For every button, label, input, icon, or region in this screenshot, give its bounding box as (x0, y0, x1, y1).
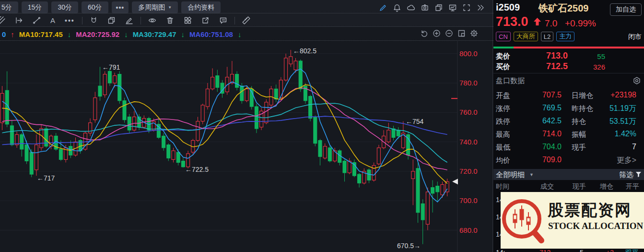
limit-up-value: 769.5 (520, 104, 562, 112)
current-lot-label: 现手 (572, 143, 586, 152)
watermark-title-cn: 股票配资网 (548, 200, 632, 221)
multi-period-button[interactable]: 多周期图▼ (132, 1, 178, 13)
partial-price: 712. (539, 249, 552, 252)
ask-volume: 55 (568, 52, 605, 60)
more-link[interactable]: 更多> (587, 156, 636, 166)
panel-divider (492, 0, 493, 252)
svg-text:800.0: 800.0 (459, 49, 478, 58)
ma20-value: MA20:725.92 (76, 30, 119, 38)
ma30-down-arrow-icon: ↓ (181, 30, 185, 38)
chart-settings-icon[interactable] (470, 29, 478, 37)
svg-text:680.0: 680.0 (459, 226, 478, 234)
pankou-row: 均价709.0 更多> (493, 154, 644, 167)
comment-icon[interactable] (219, 16, 227, 24)
svg-text:780.0: 780.0 (459, 79, 478, 87)
multi-period-label: 多周期图 (138, 3, 165, 12)
col-price: 成交 (525, 182, 554, 191)
trash-icon[interactable] (166, 16, 174, 24)
market-status: 闭市 (628, 33, 642, 41)
zoom-in-icon[interactable] (433, 29, 441, 37)
svg-text:740.0: 740.0 (459, 138, 478, 146)
export-icon[interactable] (201, 16, 210, 24)
magnet-icon[interactable] (90, 16, 98, 24)
fullscreen-icon[interactable] (462, 3, 471, 12)
avg-price-value: 709.0 (520, 156, 562, 164)
draw-icon[interactable] (379, 3, 387, 12)
amplitude-label: 振幅 (572, 130, 586, 139)
timeframe-60min-button[interactable]: 60分 (82, 1, 108, 13)
partial-lots: 5 (580, 249, 584, 252)
badge-exchange: 大商所 (514, 32, 538, 41)
ask-label: 卖价 (496, 52, 510, 61)
cloud-icon[interactable] (407, 3, 415, 12)
filter-label[interactable]: 筛选 (619, 170, 633, 180)
col-oi-change: 增仓 (585, 182, 613, 191)
price-change: 7.0 (545, 18, 557, 29)
copy-layout-icon[interactable] (434, 3, 443, 12)
detail-title[interactable]: 全部明细 (496, 170, 525, 180)
more-timeframes-button[interactable]: ••• (112, 1, 129, 13)
contract-info-button[interactable]: 合约资料 (181, 1, 221, 13)
edit-pencil-icon[interactable] (125, 16, 133, 24)
components-icon[interactable] (184, 16, 192, 24)
candlestick-chart[interactable]: 0 ↑ MA10:717.45 ↓ MA20:725.92 ↓ MA30:729… (0, 27, 493, 252)
text-tool-icon[interactable]: A (50, 16, 55, 24)
monitor-icon[interactable] (448, 3, 457, 12)
bid-volume: 326 (568, 63, 605, 71)
ask-row: 卖价 713.0 55 (493, 51, 644, 61)
restore-view-icon[interactable] (457, 29, 466, 37)
chevron-down-icon: ▼ (168, 5, 172, 10)
add-watchlist-button[interactable]: 加自选 (610, 3, 642, 16)
timeframe-15min-button[interactable]: 15分 (22, 1, 48, 13)
eye-icon[interactable] (148, 16, 156, 24)
partial-oi: +3 (606, 249, 614, 252)
ruler-icon[interactable] (242, 16, 250, 24)
buy-sell-ratio-bar (493, 47, 644, 48)
svg-text:670.5→: 670.5→ (397, 242, 421, 250)
price-chart-canvas[interactable]: 800.0780.0760.0740.0720.0700.0680.0←791←… (0, 40, 493, 252)
trendline-icon[interactable] (33, 16, 41, 24)
bid-row: 买价 712.5 326 (493, 61, 644, 72)
bid-price: 712.5 (522, 61, 568, 72)
more-tools-icon[interactable]: ••• (65, 17, 75, 24)
alert-bell-icon[interactable] (393, 3, 401, 12)
undo-icon[interactable] (420, 29, 428, 37)
watermark-title-en: STOCK ALLOCATION (548, 221, 643, 231)
badge-cn: CN (496, 32, 511, 41)
pankou-settings-icon[interactable] (632, 76, 641, 85)
open-value: 707.5 (520, 91, 562, 99)
day-oi-change-value: +23198 (587, 91, 636, 99)
zoom-out-icon[interactable] (445, 29, 453, 37)
partial-time: 14: (496, 249, 505, 252)
arrow-to-bar-icon[interactable] (15, 16, 23, 24)
svg-text:700.0: 700.0 (459, 196, 478, 204)
current-lot-value: 7 (587, 143, 636, 151)
timeframe-30min-button[interactable]: 30分 (51, 1, 78, 13)
high-label: 最高 (496, 130, 510, 139)
detail-row-partial: 14: 712. 5 +3 双平 (493, 249, 644, 252)
screenshot-camera-icon[interactable] (421, 3, 429, 12)
prev-oi-value: 51.19万 (587, 104, 636, 114)
pankou-row: 开盘707.5 日增仓+23198 (493, 89, 644, 102)
avg-price-label: 均价 (496, 156, 510, 165)
ma60-value: MA60:751.08 (189, 30, 233, 38)
pankou-row: 跌停642.5 持仓53.51万 (493, 115, 644, 128)
ma30-value: MA30:729.47 (133, 30, 176, 38)
timeframe-5min-button[interactable]: 5分 (0, 1, 18, 13)
brush-icon[interactable] (0, 16, 5, 24)
pankou-row: 最低704.0 现手7 (493, 141, 644, 154)
high-value: 714.0 (520, 130, 562, 138)
badge-l2: L2 (541, 32, 553, 41)
clone-icon[interactable] (107, 16, 116, 24)
chart-toolbar: 5分 15分 30分 60分 ••• 多周期图▼ 合约资料 A ••• (0, 0, 493, 27)
svg-text:←722.5: ←722.5 (185, 166, 209, 173)
expand-panel-icon[interactable] (476, 3, 485, 12)
filter-funnel-icon[interactable] (635, 171, 642, 178)
low-value: 704.0 (520, 143, 562, 151)
drawing-toolbar: A ••• (0, 14, 250, 27)
oi-value: 53.51万 (587, 117, 636, 127)
divider (141, 17, 141, 24)
partial-flag: 双平 (625, 249, 639, 252)
limit-down-label: 跌停 (496, 117, 510, 126)
pankou-row: 涨停769.5 昨持仓51.19万 (493, 102, 644, 115)
